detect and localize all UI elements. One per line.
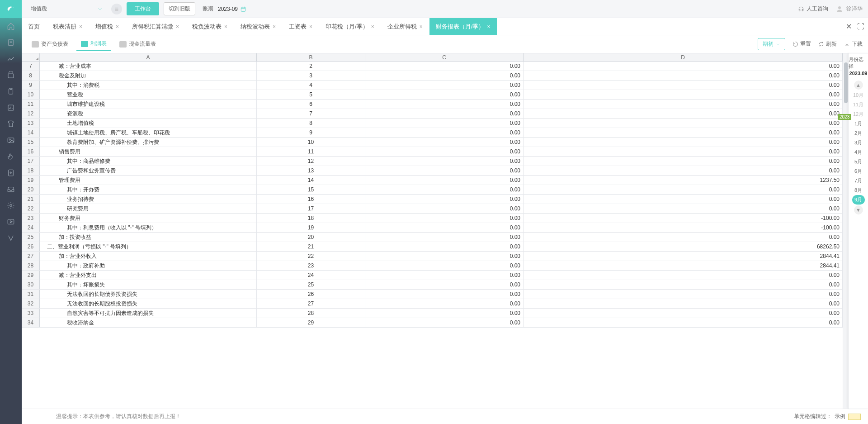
tab-close-icon[interactable]: ×: [420, 24, 423, 30]
cell[interactable]: 自然灾害等不可抗力因素造成的损失: [40, 309, 257, 318]
cell[interactable]: 0.00: [365, 119, 524, 128]
cell[interactable]: -100.00: [524, 214, 843, 223]
cell[interactable]: 2: [257, 62, 365, 71]
cell[interactable]: 8: [257, 119, 365, 128]
cell[interactable]: 19: [257, 223, 365, 232]
tab-7[interactable]: 印花税（月/季）×: [319, 18, 381, 35]
nav-export-icon[interactable]: [0, 165, 22, 181]
col-header-B[interactable]: B: [257, 53, 365, 61]
tab-3[interactable]: 所得税汇算清缴×: [126, 18, 186, 35]
row-header[interactable]: 10: [22, 90, 40, 99]
row-header[interactable]: 23: [22, 214, 40, 223]
cell[interactable]: 无法收回的长期债券投资损失: [40, 290, 257, 299]
cell[interactable]: 0.00: [524, 71, 843, 80]
cell[interactable]: 1237.50: [524, 176, 843, 185]
row-header[interactable]: 17: [22, 157, 40, 166]
vertical-scrollbar[interactable]: [843, 53, 848, 409]
cell[interactable]: 20: [257, 233, 365, 242]
cell[interactable]: 0.00: [365, 138, 524, 147]
tab-close-icon[interactable]: ×: [371, 24, 374, 30]
row-header[interactable]: 33: [22, 309, 40, 318]
month-option[interactable]: 1月: [849, 119, 868, 129]
cell[interactable]: 0.00: [365, 233, 524, 242]
cell[interactable]: 6: [257, 100, 365, 109]
cell[interactable]: 加：营业外收入: [40, 252, 257, 261]
cell[interactable]: 0.00: [365, 242, 524, 251]
switch-old-button[interactable]: 切到旧版: [164, 2, 195, 15]
tab-close-icon[interactable]: ×: [487, 24, 490, 30]
tab-close-icon[interactable]: ×: [79, 24, 82, 30]
tab-close-icon[interactable]: ×: [116, 24, 119, 30]
row-header[interactable]: 19: [22, 176, 40, 185]
workspace-button[interactable]: 工作台: [127, 2, 159, 15]
cell[interactable]: 23: [257, 261, 365, 270]
row-header[interactable]: 27: [22, 252, 40, 261]
month-down-arrow[interactable]: ▼: [854, 205, 863, 214]
cell[interactable]: 0.00: [524, 119, 843, 128]
cell[interactable]: 管理费用: [40, 176, 257, 185]
cell[interactable]: 12: [257, 157, 365, 166]
tab-6[interactable]: 工资表×: [283, 18, 319, 35]
cell[interactable]: 0.00: [524, 309, 843, 318]
cell[interactable]: 0.00: [365, 176, 524, 185]
cell[interactable]: 0.00: [365, 100, 524, 109]
cell[interactable]: 0.00: [365, 62, 524, 71]
cell[interactable]: 13: [257, 166, 365, 175]
cell[interactable]: 5: [257, 90, 365, 99]
cell[interactable]: 22: [257, 252, 365, 261]
cell[interactable]: 业务招待费: [40, 195, 257, 204]
row-header[interactable]: 9: [22, 81, 40, 90]
cell[interactable]: 0.00: [524, 271, 843, 280]
tab-close-icon[interactable]: ×: [224, 24, 227, 30]
cell[interactable]: 0.00: [524, 147, 843, 156]
cell[interactable]: 0.00: [524, 109, 843, 118]
cell[interactable]: 0.00: [365, 214, 524, 223]
cell[interactable]: 0.00: [365, 318, 524, 327]
cell[interactable]: 0.00: [524, 233, 843, 242]
cell[interactable]: 18: [257, 214, 365, 223]
row-header[interactable]: 24: [22, 223, 40, 232]
cell[interactable]: 销售费用: [40, 147, 257, 156]
row-header[interactable]: 8: [22, 71, 40, 80]
list-toggle-icon[interactable]: [111, 4, 122, 14]
cell[interactable]: 0.00: [524, 157, 843, 166]
month-option[interactable]: 5月: [849, 157, 868, 167]
cell[interactable]: 0.00: [365, 81, 524, 90]
select-all-corner[interactable]: [22, 53, 40, 61]
month-option[interactable]: 3月: [849, 138, 868, 148]
col-header-D[interactable]: D: [524, 53, 843, 61]
month-option[interactable]: 7月: [849, 176, 868, 186]
period-picker[interactable]: 2023-09: [218, 6, 246, 12]
row-header[interactable]: 18: [22, 166, 40, 175]
download-button[interactable]: 下载: [844, 40, 863, 48]
cell[interactable]: 29: [257, 318, 365, 327]
cell[interactable]: 减：营业外支出: [40, 271, 257, 280]
reset-button[interactable]: 重置: [793, 40, 811, 48]
cell[interactable]: 城市维护建设税: [40, 100, 257, 109]
cell[interactable]: 0.00: [524, 166, 843, 175]
row-header[interactable]: 12: [22, 109, 40, 118]
row-header[interactable]: 11: [22, 100, 40, 109]
scrollbar-thumb[interactable]: [844, 62, 848, 103]
cell[interactable]: 0.00: [365, 252, 524, 261]
nav-hand-icon[interactable]: [0, 148, 22, 165]
tab-2[interactable]: 增值税×: [89, 18, 126, 35]
cell[interactable]: 0.00: [365, 157, 524, 166]
cell[interactable]: 2844.41: [524, 261, 843, 270]
month-option[interactable]: 2月: [849, 129, 868, 138]
cell[interactable]: 11: [257, 147, 365, 156]
row-header[interactable]: 34: [22, 318, 40, 327]
cell[interactable]: 0.00: [524, 128, 843, 137]
cell[interactable]: 0.00: [365, 299, 524, 308]
user-menu[interactable]: 徐泽华: [835, 5, 863, 13]
cell[interactable]: 二、营业利润（亏损以 "-" 号填列）: [40, 242, 257, 251]
cell[interactable]: 14: [257, 176, 365, 185]
row-header[interactable]: 14: [22, 128, 40, 137]
tab-close-icon[interactable]: ×: [273, 24, 276, 30]
cell[interactable]: 0.00: [365, 195, 524, 204]
nav-chart-icon[interactable]: [0, 51, 22, 67]
help-link[interactable]: 人工咨询: [798, 5, 828, 13]
cell[interactable]: 2844.41: [524, 252, 843, 261]
month-option[interactable]: 4月: [849, 148, 868, 157]
nav-play-icon[interactable]: [0, 214, 22, 230]
